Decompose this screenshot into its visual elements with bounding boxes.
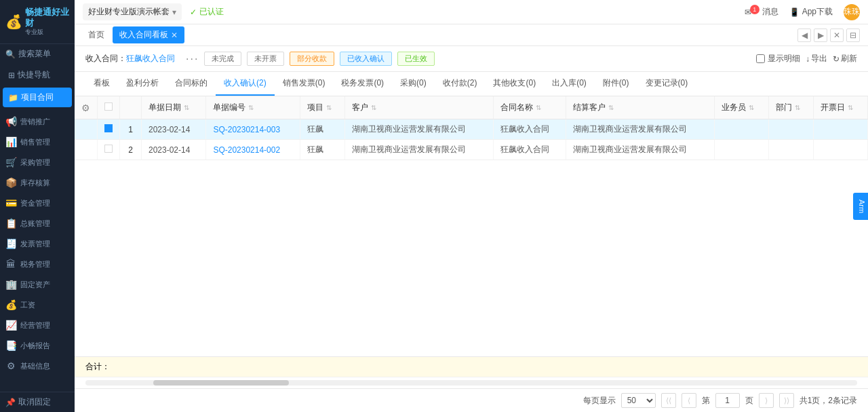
sidebar-item-business[interactable]: 📈 经营管理	[0, 315, 75, 335]
row-code[interactable]: SQ-20230214-002	[206, 140, 300, 160]
refresh-btn[interactable]: ↻ 刷新	[833, 53, 857, 64]
tab-income-confirm[interactable]: 收入确认(2)	[216, 72, 275, 96]
sidebar-item-label: 采购管理	[20, 157, 50, 168]
page-header: 收入合同：狂飙收入合同 ··· 未完成 未开票 部分收款 已收入确认 已生效 显…	[75, 46, 868, 72]
tab-other-income[interactable]: 其他收支(0)	[485, 72, 544, 96]
row-check[interactable]	[98, 140, 120, 160]
page-header-right: 显示明细 ↓ 导出 ↻ 刷新	[756, 53, 857, 64]
col-project[interactable]: 项目 ⇅	[300, 96, 345, 119]
home-tab[interactable]: 首页	[83, 26, 110, 43]
row-checkbox[interactable]	[104, 145, 113, 153]
col-customer[interactable]: 客户 ⇅	[344, 96, 493, 119]
project-contract-btn[interactable]: 📁 项目合同	[3, 88, 72, 107]
per-page-select[interactable]: 50 20 100	[621, 393, 656, 408]
table-row[interactable]: 1 2023-02-14 SQ-20230214-003 狂飙 湖南卫视商业运营…	[75, 119, 868, 140]
col-check[interactable]	[98, 96, 120, 119]
tab-payment[interactable]: 收付款(2)	[435, 72, 486, 96]
next-page-btn[interactable]: ⟩	[759, 393, 774, 408]
app-subtitle: 专业版	[25, 28, 69, 37]
sidebar-item-marketing[interactable]: 📢 营销推广	[0, 111, 75, 132]
income-contract-tab[interactable]: 收入合同看板 ✕	[113, 26, 184, 43]
prev-page-btn[interactable]: ⟨	[682, 393, 696, 408]
tab-close-btn[interactable]: ✕	[171, 31, 178, 40]
quick-nav-btn[interactable]: ⊞ 快捷导航	[3, 65, 72, 85]
col-department[interactable]: 部门 ⇅	[769, 96, 814, 119]
tab-menu-btn[interactable]: ⊟	[846, 29, 860, 42]
col-salesperson[interactable]: 业务员 ⇅	[715, 96, 769, 119]
last-page-btn[interactable]: ⟩⟩	[779, 393, 794, 408]
tab-sales-invoice[interactable]: 销售发票(0)	[275, 72, 334, 96]
tab-warehouse[interactable]: 出入库(0)	[544, 72, 595, 96]
header-checkbox[interactable]	[104, 102, 113, 111]
row-date: 2023-02-14	[142, 140, 206, 160]
detail-checkbox-input[interactable]	[756, 54, 765, 63]
float-arm-btn[interactable]: Arm	[853, 192, 868, 219]
unpin-btn[interactable]: 📌 取消固定	[0, 392, 75, 412]
tab-change-log[interactable]: 变更记录(0)	[637, 72, 696, 96]
verified-badge: ✓ 已认证	[190, 6, 224, 18]
user-avatar[interactable]: 珠珠	[844, 4, 860, 20]
assets-icon: 🏢	[5, 279, 16, 290]
status-confirmed[interactable]: 已收入确认	[340, 52, 392, 66]
col-date[interactable]: 单据日期 ⇅	[142, 96, 206, 119]
sidebar-item-report[interactable]: 📑 小畅报告	[0, 335, 75, 356]
sidebar-item-basic[interactable]: ⚙ 基础信息	[0, 356, 75, 376]
scrollbar-area[interactable]	[75, 377, 868, 388]
status-incomplete[interactable]: 未完成	[204, 52, 241, 66]
settings-icon[interactable]: ⚙	[81, 102, 90, 113]
grid-icon: ⊞	[8, 71, 15, 80]
page-input[interactable]	[715, 393, 740, 408]
export-btn[interactable]: ↓ 导出	[806, 53, 827, 64]
col-code[interactable]: 单据编号 ⇅	[206, 96, 300, 119]
app-download-btn[interactable]: 📱 App下载	[789, 6, 833, 18]
row-code[interactable]: SQ-20230214-003	[206, 119, 300, 140]
col-settings[interactable]: ⚙	[75, 96, 98, 119]
tab-profit[interactable]: 盈利分析	[118, 72, 167, 96]
sidebar-item-sales[interactable]: 📊 销售管理	[0, 132, 75, 152]
refresh-icon: ↻	[833, 54, 840, 64]
tab-tax-invoice[interactable]: 税务发票(0)	[333, 72, 392, 96]
status-partial[interactable]: 部分收款	[290, 52, 334, 66]
first-page-btn[interactable]: ⟨⟨	[661, 393, 676, 408]
code-link[interactable]: SQ-20230214-002	[213, 145, 280, 155]
show-detail-checkbox[interactable]: 显示明细	[756, 53, 800, 64]
sidebar-item-invoice[interactable]: 🧾 发票管理	[0, 233, 75, 254]
sort-icon: ⇅	[795, 104, 800, 111]
hr-icon: 💰	[5, 299, 16, 310]
tab-nav: ◀ ▶ ✕ ⊟	[797, 29, 860, 42]
search-menu-btn[interactable]: 🔍 搜索菜单	[0, 44, 75, 64]
scrollbar-thumb[interactable]	[153, 380, 289, 386]
row-check[interactable]	[98, 119, 120, 140]
sidebar-item-purchase[interactable]: 🛒 采购管理	[0, 152, 75, 172]
sidebar-item-tax[interactable]: 🏛 税务管理	[0, 254, 75, 274]
sidebar-item-general[interactable]: 📋 总账管理	[0, 213, 75, 233]
row-open-date	[814, 119, 868, 140]
col-settlement-customer[interactable]: 结算客户 ⇅	[566, 96, 715, 119]
company-selector[interactable]: 好业财专业版演示帐套 ▾	[83, 3, 182, 20]
tab-attachment[interactable]: 附件(0)	[595, 72, 637, 96]
capital-icon: 💳	[5, 198, 16, 208]
tab-purchase[interactable]: 采购(0)	[392, 72, 435, 96]
table-row[interactable]: 2 2023-02-14 SQ-20230214-002 狂飙 湖南卫视商业运营…	[75, 140, 868, 160]
message-btn[interactable]: ✉ 1 消息	[745, 6, 778, 18]
col-open-date[interactable]: 开票日 ⇅	[814, 96, 868, 119]
code-link[interactable]: SQ-20230214-003	[213, 125, 280, 134]
tab-prev-btn[interactable]: ◀	[797, 29, 811, 42]
tab-kanban[interactable]: 看板	[85, 72, 118, 96]
row-num: 1	[120, 119, 142, 140]
sidebar-item-inventory[interactable]: 📦 库存核算	[0, 172, 75, 193]
more-btn[interactable]: ···	[186, 53, 199, 65]
status-effective[interactable]: 已生效	[397, 52, 435, 66]
sidebar-item-hr[interactable]: 💰 工资	[0, 295, 75, 315]
sidebar-item-label: 库存核算	[20, 178, 50, 188]
tab-next-btn[interactable]: ▶	[814, 29, 827, 42]
row-checkbox[interactable]	[104, 124, 113, 132]
download-icon: 📱	[789, 7, 800, 17]
scrollbar-track[interactable]	[85, 380, 857, 386]
col-contract-name[interactable]: 合同名称 ⇅	[493, 96, 566, 119]
sidebar-item-capital[interactable]: 💳 资金管理	[0, 193, 75, 213]
tab-contract-standard[interactable]: 合同标的	[167, 72, 216, 96]
tab-close-all-btn[interactable]: ✕	[830, 29, 844, 42]
sidebar-item-assets[interactable]: 🏢 固定资产	[0, 274, 75, 295]
status-uninvoiced[interactable]: 未开票	[247, 52, 284, 66]
